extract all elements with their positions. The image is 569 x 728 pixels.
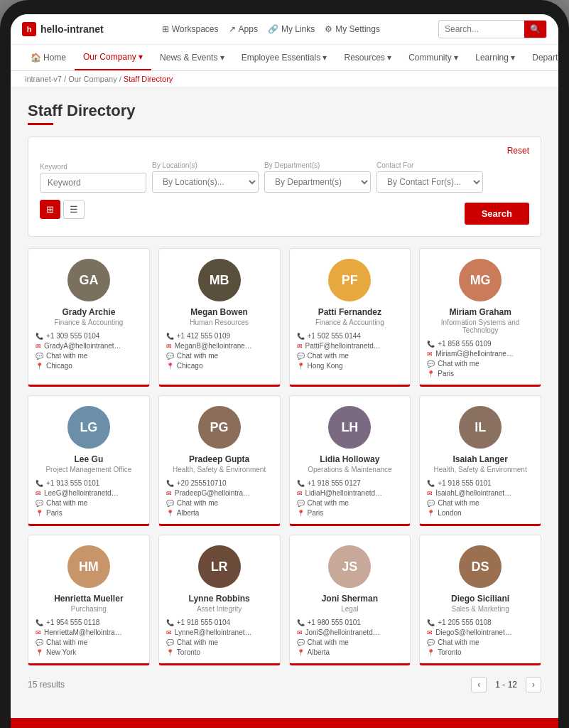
staff-card: IL Isaiah Langer Health, Safety & Enviro… [419,395,541,526]
staff-chat[interactable]: 💬 Chat with me [297,352,403,360]
nav-my-settings[interactable]: ⚙ My Settings [325,24,380,34]
staff-name: Grady Archie [36,307,142,317]
staff-chat[interactable]: 💬 Chat with me [297,499,403,507]
next-page-btn[interactable]: › [526,677,541,692]
chat-icon: 💬 [36,353,43,360]
location-select[interactable]: By Location(s)... [152,171,259,193]
staff-phone: 📞 +1 918 555 0127 [297,479,403,487]
avatar: HM [67,545,110,588]
location-icon: 📍 [166,363,174,370]
location-icon: 📍 [36,510,43,517]
staff-card: JS Joni Sherman Legal 📞 +1 980 555 0101 … [289,535,411,665]
staff-phone: 📞 +1 309 555 0104 [36,332,142,340]
nav-community[interactable]: Community ▾ [400,46,467,70]
chat-icon: 💬 [166,353,174,360]
nav-home[interactable]: 🏠 Home [22,46,75,70]
nav-learning[interactable]: Learning ▾ [467,46,524,70]
phone-text: +1 954 555 0118 [46,619,99,626]
chat-text: Chat with me [46,352,87,360]
staff-chat[interactable]: 💬 Chat with me [36,352,142,360]
department-select[interactable]: By Department(s) [264,171,371,193]
email-icon: ✉ [427,629,433,636]
staff-name: Lidia Holloway [297,454,403,464]
logo[interactable]: h hello-intranet [22,22,104,36]
staff-email: ✉ MiriamG@hellointranetdemo... [427,350,533,358]
chat-text: Chat with me [177,638,218,646]
nav-workspaces[interactable]: ⊞ Workspaces [162,24,219,34]
staff-chat[interactable]: 💬 Chat with me [36,638,142,646]
location-text: Paris [308,509,324,517]
staff-phone: 📞 +20 255510710 [166,479,273,487]
staff-chat[interactable]: 💬 Chat with me [427,499,533,507]
top-search-bar: 🔍 [438,20,547,38]
filter-bar: Reset Keyword By Location(s) By Location… [28,136,541,237]
breadcrumb-root[interactable]: intranet-v7 [25,75,62,83]
staff-name: Joni Sherman [297,594,403,604]
staff-info: 📞 +1 309 555 0104 ✉ GradyA@hellointranet… [36,332,142,370]
chat-icon: 💬 [297,500,305,507]
location-icon: 📍 [36,649,43,656]
staff-chat[interactable]: 💬 Chat with me [36,499,142,507]
staff-dept: Project Management Office [36,466,142,473]
staff-name: Isaiah Langer [427,454,533,464]
main-content: Staff Directory Reset Keyword By Locatio… [11,87,558,718]
staff-email: ✉ IsaiahL@hellointranetdemo.on... [427,489,533,497]
title-underline [28,123,53,125]
staff-name: Miriam Graham [427,307,533,317]
staff-dept: Information Systems and Technology [427,318,533,334]
staff-chat[interactable]: 💬 Chat with me [297,638,403,646]
avatar: MG [459,259,502,301]
phone-icon: 📞 [427,480,435,487]
location-label: By Location(s) [152,161,259,169]
reset-button[interactable]: Reset [40,146,529,156]
staff-info: 📞 +1 502 555 0144 ✉ PattiF@hellointranet… [297,332,403,370]
phone-icon: 📞 [297,619,305,626]
staff-email: ✉ LeeG@hellointranetdemo.onmicr... [36,489,142,497]
staff-card: LH Lidia Holloway Operations & Maintenan… [289,395,411,526]
avatar: LG [67,406,110,449]
phone-icon: 📞 [427,341,435,348]
phone-icon: 📞 [166,480,174,487]
email-icon: ✉ [166,343,172,350]
staff-chat[interactable]: 💬 Chat with me [166,638,273,646]
nav-apps[interactable]: ↗ Apps [229,24,258,34]
email-icon: ✉ [166,490,172,497]
phone-icon: 📞 [36,619,43,626]
staff-location: 📍 Paris [36,509,142,517]
staff-card: MB Megan Bowen Human Resources 📞 +1 412 … [158,248,281,387]
phone-icon: 📞 [427,619,435,626]
email-text: LeeG@hellointranetdemo.onmicr... [44,489,122,497]
staff-location: 📍 Alberta [166,509,273,517]
top-search-input[interactable] [439,21,524,37]
staff-dept: Operations & Maintenance [297,466,403,473]
staff-email: ✉ LynneR@hellointranetdemo.onm... [166,628,273,636]
nav-my-links[interactable]: 🔗 My Links [268,24,315,34]
staff-chat[interactable]: 💬 Chat with me [427,638,533,646]
contact-select[interactable]: By Contact For(s)... [376,171,483,193]
prev-page-btn[interactable]: ‹ [471,677,487,692]
nav-employee-essentials[interactable]: Employee Essentials ▾ [233,46,336,70]
staff-info: 📞 +1 918 555 0127 ✉ LidiaH@hellointranet… [297,479,403,517]
staff-dept: Human Resources [166,318,273,326]
phone-icon: 📞 [36,333,43,340]
search-button[interactable]: Search [465,203,529,225]
list-view-btn[interactable]: ☰ [63,200,85,219]
chat-text: Chat with me [438,360,479,368]
staff-name: Henrietta Mueller [36,594,142,604]
email-text: LynneR@hellointranetdemo.onm... [175,628,253,636]
staff-chat[interactable]: 💬 Chat with me [166,352,273,360]
nav-resources[interactable]: Resources ▾ [335,46,400,70]
staff-chat[interactable]: 💬 Chat with me [427,360,533,368]
email-text: LidiaH@hellointranetdemo.onmi... [305,489,384,497]
staff-info: 📞 +1 913 555 0101 ✉ LeeG@hellointranetde… [36,479,142,517]
keyword-input[interactable] [40,173,146,193]
nav-our-company[interactable]: Our Company ▾ [75,45,151,70]
grid-view-btn[interactable]: ⊞ [40,200,60,219]
nav-news-events[interactable]: News & Events ▾ [151,46,233,70]
staff-chat[interactable]: 💬 Chat with me [166,499,273,507]
footer: Submit your feedback Submit feedback, su… [11,718,558,728]
breadcrumb-company[interactable]: Our Company [68,75,116,83]
top-search-button[interactable]: 🔍 [524,21,546,38]
staff-card: PF Patti Fernandez Finance & Accounting … [289,248,411,387]
nav-departments[interactable]: Departments ▾ [524,46,558,70]
